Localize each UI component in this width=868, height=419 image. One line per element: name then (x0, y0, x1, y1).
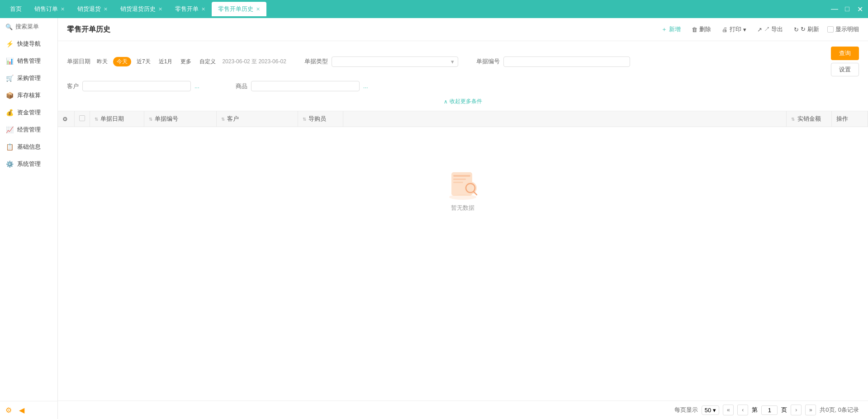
sidebar-item-base-info[interactable]: 📋 基础信息 (0, 138, 57, 155)
top-tabbar: 首页 销售订单 ✕ 销货退货 ✕ 销货退货历史 ✕ 零售开单 ✕ 零售开单历史 … (0, 0, 868, 18)
customer-filter-label: 客户 (67, 82, 79, 90)
page-last-btn[interactable]: » (805, 405, 816, 415)
delete-button[interactable]: 🗑 删除 (689, 24, 714, 35)
tab-sales-return-history[interactable]: 销货退货历史 ✕ (114, 2, 169, 16)
add-button[interactable]: ＋ 新增 (659, 24, 683, 35)
sidebar-item-sys-mgmt[interactable]: ⚙️ 系统管理 (0, 155, 57, 173)
col-header-guide[interactable]: ⇅ 导购员 (298, 111, 343, 127)
date-btn-custom[interactable]: 自定义 (197, 57, 218, 66)
sidebar-collapse-icon[interactable]: ◀ (19, 406, 24, 414)
query-button[interactable]: 查询 (831, 47, 859, 60)
toolbar: ＋ 新增 🗑 删除 🖨 打印 ▾ ↗ ↗ 导出 ↻ (659, 24, 859, 35)
tab-sales-return[interactable]: 销货退货 ✕ (71, 2, 114, 16)
settings-button[interactable]: 设置 (831, 63, 859, 76)
operations-icon: 📈 (5, 126, 14, 133)
date-btn-7days[interactable]: 近7天 (134, 57, 153, 66)
filter-row-1: 单据日期 昨天 今天 近7天 近1月 更多 自定义 2023-06-02 至 2… (67, 47, 859, 76)
col-header-amount[interactable]: ⇅ 实销金额 (787, 111, 832, 127)
col-guide-label: 导购员 (308, 115, 326, 122)
sidebar-search[interactable]: 🔍 搜索菜单 (0, 18, 57, 35)
delete-label: 删除 (699, 25, 711, 33)
date-btn-more[interactable]: 更多 (178, 57, 194, 66)
customer-filter-ellipsis[interactable]: ... (194, 83, 199, 89)
date-btn-1month[interactable]: 近1月 (156, 57, 175, 66)
per-page-select[interactable]: 50 ▾ (702, 405, 719, 415)
tab-sales-order[interactable]: 销售订单 ✕ (28, 2, 71, 16)
header-checkbox[interactable] (79, 115, 85, 121)
close-button[interactable]: ✕ (855, 5, 864, 14)
refresh-button[interactable]: ↻ ↻ 刷新 (791, 24, 822, 35)
add-icon: ＋ (661, 25, 667, 33)
sidebar-bottom: ⚙ ◀ (0, 401, 57, 419)
date-btn-today[interactable]: 今天 (113, 57, 131, 66)
print-label: 打印 (730, 25, 741, 33)
export-icon: ↗ (757, 26, 762, 33)
col-customer-label: 客户 (227, 115, 239, 122)
tab-retail-open[interactable]: 零售开单 ✕ (169, 2, 212, 16)
sidebar-item-purchase-mgmt[interactable]: 🛒 采购管理 (0, 70, 57, 87)
sidebar-item-sales-mgmt[interactable]: 📊 销售管理 (0, 52, 57, 70)
sidebar-item-finance[interactable]: 💰 资金管理 (0, 104, 57, 121)
sidebar-settings-icon[interactable]: ⚙ (5, 406, 12, 414)
print-button[interactable]: 🖨 打印 ▾ (719, 24, 749, 35)
sidebar-item-base-info-label: 基础信息 (17, 143, 41, 151)
tab-retail-open-label: 零售开单 (175, 5, 199, 13)
collapse-label: 收起更多条件 (450, 98, 482, 105)
page-prev-btn[interactable]: ‹ (737, 405, 748, 415)
main-layout: 🔍 搜索菜单 ⚡ 快捷导航 📊 销售管理 🛒 采购管理 📦 库存核算 💰 资金管… (0, 18, 868, 419)
show-detail-checkbox[interactable] (827, 26, 834, 33)
sort-number-icon: ⇅ (149, 117, 152, 122)
tab-retail-open-close[interactable]: ✕ (201, 6, 205, 12)
query-settings: 查询 设置 (831, 47, 859, 76)
type-filter-label: 单据类型 (304, 57, 328, 66)
delete-icon: 🗑 (692, 26, 697, 33)
col-date-label: 单据日期 (100, 115, 124, 122)
page-title: 零售开单历史 (67, 25, 110, 34)
svg-rect-2 (453, 175, 470, 177)
sidebar-item-quick-nav[interactable]: ⚡ 快捷导航 (0, 35, 57, 52)
tab-sales-return-label: 销货退货 (77, 5, 101, 13)
date-btn-yesterday[interactable]: 昨天 (94, 57, 110, 66)
tab-retail-open-history-close[interactable]: ✕ (256, 6, 260, 12)
tab-sales-return-close[interactable]: ✕ (104, 6, 108, 12)
col-header-checkbox[interactable] (74, 111, 90, 127)
goods-filter-ellipsis[interactable]: ... (363, 83, 368, 89)
per-page-arrow: ▾ (713, 407, 716, 414)
quick-nav-icon: ⚡ (5, 40, 14, 47)
customer-filter-input[interactable] (82, 81, 191, 91)
tab-retail-open-history[interactable]: 零售开单历史 ✕ (212, 2, 266, 16)
tab-home-label: 首页 (10, 5, 22, 13)
tab-sales-order-close[interactable]: ✕ (61, 6, 65, 12)
col-header-number[interactable]: ⇅ 单据编号 (144, 111, 216, 127)
collapse-bar[interactable]: ∧ 收起更多条件 (67, 96, 859, 107)
tab-home[interactable]: 首页 (4, 2, 28, 16)
page-next-btn[interactable]: › (791, 405, 802, 415)
goods-filter-input[interactable] (251, 81, 360, 91)
show-detail-toggle[interactable]: 显示明细 (827, 25, 859, 33)
tab-sales-return-history-label: 销货退货历史 (120, 5, 156, 13)
col-header-customer[interactable]: ⇅ 客户 (216, 111, 298, 127)
col-header-settings[interactable]: ⚙ (58, 111, 74, 127)
col-header-ops: 操作 (832, 111, 868, 127)
svg-rect-3 (453, 179, 466, 180)
maximize-button[interactable]: □ (843, 5, 852, 13)
date-range-display: 2023-06-02 至 2023-06-02 (222, 58, 286, 66)
tab-sales-return-history-close[interactable]: ✕ (158, 6, 162, 12)
export-button[interactable]: ↗ ↗ 导出 (754, 24, 786, 35)
sidebar-item-operations[interactable]: 📈 经营管理 (0, 121, 57, 138)
number-filter-input[interactable] (503, 56, 630, 67)
sort-guide-icon: ⇅ (303, 117, 306, 122)
minimize-button[interactable]: — (830, 5, 839, 13)
svg-rect-4 (453, 182, 463, 183)
page-input[interactable] (761, 405, 778, 415)
sidebar-item-quick-nav-label: 快捷导航 (17, 40, 41, 48)
inventory-icon: 📦 (5, 92, 14, 99)
page-first-btn[interactable]: « (723, 405, 734, 415)
table-body: 暂无数据 (58, 127, 868, 249)
filter-bar: 单据日期 昨天 今天 近7天 近1月 更多 自定义 2023-06-02 至 2… (58, 41, 868, 111)
filter-date: 单据日期 昨天 今天 近7天 近1月 更多 自定义 2023-06-02 至 2… (67, 57, 286, 66)
empty-illustration (442, 163, 483, 204)
col-header-date[interactable]: ⇅ 单据日期 (90, 111, 144, 127)
sidebar-item-inventory[interactable]: 📦 库存核算 (0, 87, 57, 104)
type-filter-select[interactable]: ▾ (332, 56, 458, 67)
